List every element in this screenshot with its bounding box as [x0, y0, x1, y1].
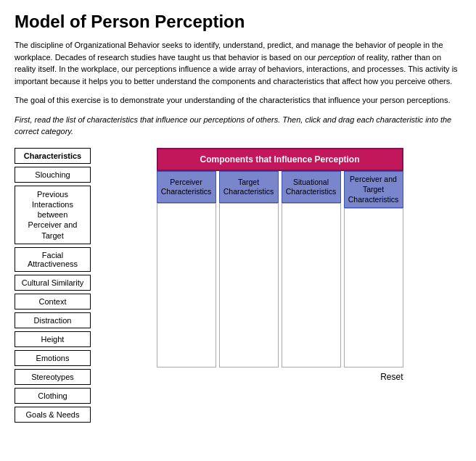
diagram-area: Components that Influence Perception Per… [98, 148, 461, 383]
situational-col: Situational Characteristics [282, 171, 341, 367]
page-title: Model of Person Perception [15, 12, 461, 32]
perceiver-drop-zone[interactable] [157, 203, 216, 367]
list-item[interactable]: Stereotypes [15, 369, 91, 385]
target-col: Target Characteristics [219, 171, 279, 367]
characteristics-column: Characteristics Slouching Previous Inter… [15, 148, 91, 423]
goal-text: The goal of this exercise is to demonstr… [15, 94, 461, 107]
list-item[interactable]: Clothing [15, 388, 91, 404]
perceiver-target-drop-zone[interactable] [344, 208, 403, 367]
target-drop-zone[interactable] [219, 203, 279, 367]
categories-row: Perceiver Characteristics Target Charact… [157, 171, 403, 367]
list-item[interactable]: Height [15, 331, 91, 347]
situational-header: Situational Characteristics [282, 171, 341, 203]
list-item[interactable]: Previous Interactions between Perceiver … [15, 186, 91, 244]
instruction-text: First, read the list of characteristics … [15, 114, 461, 138]
components-box: Components that Influence Perception [157, 148, 403, 172]
list-item[interactable]: Distraction [15, 312, 91, 328]
list-item[interactable]: Goals & Needs [15, 407, 91, 423]
reset-button[interactable]: Reset [380, 372, 403, 382]
list-item[interactable]: Context [15, 294, 91, 310]
main-layout: Characteristics Slouching Previous Inter… [15, 148, 461, 423]
list-item[interactable]: Cultural Similarity [15, 275, 91, 291]
reset-row: Reset [157, 372, 403, 382]
perceiver-col: Perceiver Characteristics [157, 171, 216, 367]
perceiver-target-header: Perceiver and Target Characteristics [344, 171, 403, 208]
list-item[interactable]: Slouching [15, 167, 91, 183]
perceiver-target-col: Perceiver and Target Characteristics [344, 171, 403, 367]
situational-drop-zone[interactable] [282, 203, 341, 367]
list-item[interactable]: Facial Attractiveness [15, 247, 91, 272]
list-item[interactable]: Emotions [15, 350, 91, 366]
perceiver-header: Perceiver Characteristics [157, 171, 216, 203]
characteristics-header: Characteristics [15, 148, 91, 164]
intro-paragraph: The discipline of Organizational Behavio… [15, 39, 461, 87]
target-header: Target Characteristics [219, 171, 279, 203]
